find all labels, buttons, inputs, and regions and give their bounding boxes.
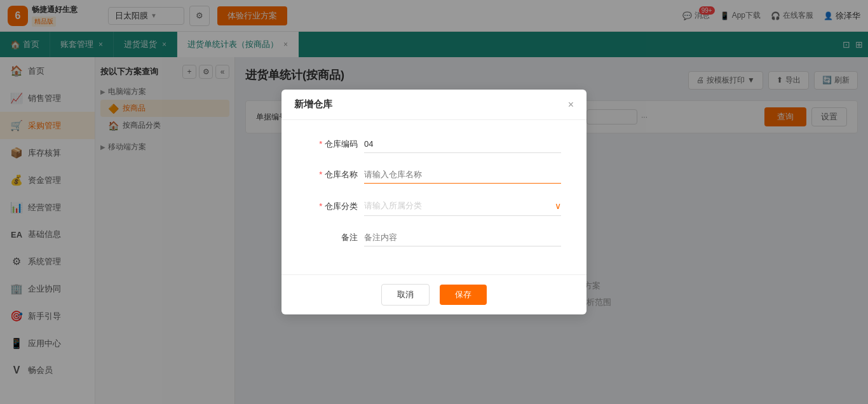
warehouse-code-label: 仓库编码	[307, 138, 358, 150]
warehouse-category-select[interactable]: 请输入所属分类 ∨	[364, 196, 561, 216]
warehouse-code-input[interactable]	[364, 135, 561, 153]
warehouse-category-placeholder: 请输入所属分类	[364, 200, 422, 212]
form-row-name: 仓库名称	[307, 166, 561, 184]
modal-header: 新增仓库 ×	[281, 90, 587, 120]
form-row-code: 仓库编码	[307, 135, 561, 153]
remarks-label: 备注	[307, 232, 358, 243]
warehouse-name-input[interactable]	[364, 166, 561, 184]
modal-title: 新增仓库	[294, 98, 332, 111]
modal-overlay: 新增仓库 × 仓库编码 仓库名称 仓库分类 请输入所属分类 ∨	[0, 0, 868, 404]
modal-body: 仓库编码 仓库名称 仓库分类 请输入所属分类 ∨ 备注	[281, 120, 587, 274]
add-warehouse-modal: 新增仓库 × 仓库编码 仓库名称 仓库分类 请输入所属分类 ∨	[281, 90, 587, 314]
remarks-input[interactable]	[364, 229, 561, 246]
modal-close-button[interactable]: ×	[568, 99, 574, 111]
form-row-category: 仓库分类 请输入所属分类 ∨	[307, 196, 561, 216]
save-button[interactable]: 保存	[440, 285, 487, 305]
form-row-remarks: 备注	[307, 229, 561, 246]
modal-footer: 取消 保存	[281, 274, 587, 314]
cancel-button[interactable]: 取消	[381, 284, 430, 306]
warehouse-name-label: 仓库名称	[307, 169, 358, 180]
warehouse-category-label: 仓库分类	[307, 201, 358, 212]
category-dropdown-icon: ∨	[555, 201, 561, 211]
